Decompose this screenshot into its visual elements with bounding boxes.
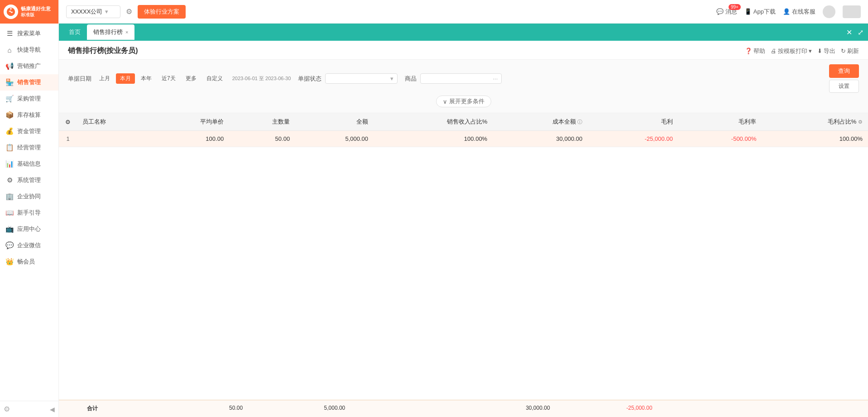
table-area: ⚙ 员工名称 平均单价 主数量 全额 销售收入占比% 成本全额 ⓘ 毛利 毛利率… [59, 113, 868, 400]
query-button[interactable]: 查询 [829, 64, 859, 78]
sidebar-icon-operations: 📋 [5, 144, 14, 152]
sidebar-item-purchase[interactable]: 🛒 采购管理 [0, 91, 58, 107]
sidebar-item-search[interactable]: ☰ 搜索菜单 [0, 25, 58, 42]
date-pill-last-month[interactable]: 上月 [95, 73, 114, 84]
sidebar-logo: 畅康通好生意 标准版 [0, 0, 58, 24]
sidebar-icon-sales: 🏪 [5, 78, 14, 86]
export-icon: ⬇ [817, 48, 822, 54]
sidebar-icon-finance: 💰 [5, 127, 14, 135]
svg-point-1 [10, 8, 12, 10]
company-dropdown-icon: ▾ [105, 8, 108, 15]
footer-quantity: 50.00 [146, 405, 248, 412]
sidebar-item-guide[interactable]: 📖 新手引导 [0, 205, 58, 221]
date-filter-label: 单据日期 [68, 75, 91, 83]
date-pill-7days[interactable]: 近7天 [158, 73, 180, 84]
sidebar-label-enterprise: 企业协同 [17, 192, 41, 201]
sidebar-label-finance: 资金管理 [17, 127, 41, 135]
date-pill-this-month[interactable]: 本月 [116, 73, 135, 84]
message-badge: 99+ [729, 4, 741, 10]
help-btn[interactable]: ❓ 帮助 [745, 47, 765, 55]
message-item[interactable]: 💬 消息 99+ [716, 8, 737, 16]
print-btn[interactable]: 🖨 按模板打印 ▾ [771, 47, 812, 55]
table-cell [77, 131, 149, 147]
table-footer: 合计 50.00 5,000.00 30,000.00 -25,000.00 [59, 400, 868, 417]
avatar[interactable] [823, 5, 835, 18]
footer-cost: 30,000.00 [453, 405, 555, 412]
sidebar-label-system: 系统管理 [17, 176, 41, 184]
refresh-btn[interactable]: ↻ 刷新 [841, 47, 859, 55]
tab-maximize-icon[interactable]: ⤢ [857, 27, 864, 38]
page-content: 销售排行榜(按业务员) ❓ 帮助 🖨 按模板打印 ▾ ⬇ 导出 ↻ 刷新 [59, 41, 868, 417]
table-header-row: ⚙ 员工名称 平均单价 主数量 全额 销售收入占比% 成本全额 ⓘ 毛利 毛利率… [59, 113, 868, 131]
sidebar-icon-wechat: 💬 [5, 241, 14, 249]
print-label: 按模板打印 [778, 47, 807, 55]
sidebar-item-system[interactable]: ⚙ 系统管理 [0, 172, 58, 188]
status-select[interactable]: ▾ [325, 73, 398, 84]
username-display [843, 5, 861, 18]
sidebar-icon-system: ⚙ [5, 176, 14, 184]
date-range-display: 2023-06-01 至 2023-06-30 [232, 75, 291, 82]
expand-row: ∨ 展开更多条件 [68, 93, 859, 108]
header-right: 💬 消息 99+ 📱 App下载 👤 在线客服 [716, 5, 861, 18]
settings-gear-icon[interactable]: ⚙ [126, 7, 132, 16]
sidebar-label-purchase: 采购管理 [17, 95, 41, 103]
export-label: 导出 [824, 47, 835, 55]
top-header: XXXXX公司 ▾ ⚙ 体验行业方案 💬 消息 99+ 📱 App下载 👤 在线… [59, 0, 868, 24]
trial-button[interactable]: 体验行业方案 [138, 5, 186, 19]
footer-sales-pct [350, 405, 453, 412]
sidebar-nav: ☰ 搜索菜单⌂ 快捷导航📢 营销推广🏪 销售管理🛒 采购管理📦 库存核算💰 资金… [0, 24, 58, 401]
goods-input-more-icon[interactable]: ··· [493, 75, 498, 82]
sidebar-item-enterprise[interactable]: 🏢 企业协同 [0, 188, 58, 205]
company-selector[interactable]: XXXXX公司 ▾ [66, 5, 120, 18]
sidebar: 畅康通好生意 标准版 ☰ 搜索菜单⌂ 快捷导航📢 营销推广🏪 销售管理🛒 采购管… [0, 0, 59, 417]
sidebar-item-operations[interactable]: 📋 经营管理 [0, 139, 58, 156]
sidebar-label-marketing: 营销推广 [17, 62, 41, 70]
settings-button[interactable]: 设置 [829, 80, 859, 93]
sidebar-item-member[interactable]: 👑 畅会员 [0, 254, 58, 270]
col-settings: ⚙ [59, 113, 77, 131]
tab-close-window-icon[interactable]: ✕ [845, 27, 853, 38]
expand-button[interactable]: ∨ 展开更多条件 [436, 96, 491, 107]
date-pill-this-year[interactable]: 本年 [137, 73, 156, 84]
sidebar-item-inventory[interactable]: 📦 库存核算 [0, 107, 58, 123]
print-dropdown-icon: ▾ [809, 48, 812, 54]
tab-sales-rank[interactable]: 销售排行榜 × [87, 24, 134, 40]
table-row: 1100.0050.005,000.00100.00%30,000.00-25,… [59, 131, 868, 147]
sales-table: ⚙ 员工名称 平均单价 主数量 全额 销售收入占比% 成本全额 ⓘ 毛利 毛利率… [59, 113, 868, 147]
page-actions: ❓ 帮助 🖨 按模板打印 ▾ ⬇ 导出 ↻ 刷新 [745, 47, 859, 55]
date-pill-more[interactable]: 更多 [182, 73, 201, 84]
tab-home[interactable]: 首页 [62, 24, 87, 40]
table-cell: 100.00 [149, 131, 229, 147]
message-icon: 💬 [716, 8, 724, 15]
sidebar-item-quick-nav[interactable]: ⌂ 快捷导航 [0, 42, 58, 58]
sidebar-footer: ⚙ ◀ [0, 401, 58, 417]
sidebar-item-basic-info[interactable]: 📊 基础信息 [0, 156, 58, 172]
tab-bar: 首页 销售排行榜 × ✕ ⤢ [59, 24, 868, 41]
sidebar-item-sales[interactable]: 🏪 销售管理 [0, 74, 58, 91]
export-btn[interactable]: ⬇ 导出 [817, 47, 835, 55]
sidebar-item-wechat[interactable]: 💬 企业微信 [0, 237, 58, 254]
sidebar-label-sales: 销售管理 [17, 78, 41, 86]
online-service-item[interactable]: 👤 在线客服 [783, 8, 815, 16]
company-name: XXXXX公司 [71, 8, 102, 16]
col-amount: 全额 [295, 113, 374, 131]
goods-input[interactable]: ··· [420, 73, 502, 84]
status-filter-label: 单据状态 [298, 75, 321, 83]
col-quantity: 主数量 [229, 113, 295, 131]
tab-close-icon[interactable]: × [125, 29, 128, 35]
sidebar-item-app-center[interactable]: 📺 应用中心 [0, 221, 58, 237]
sidebar-label-basic-info: 基础信息 [17, 160, 41, 168]
col-cost: 成本全额 ⓘ [493, 113, 588, 131]
sidebar-settings-icon[interactable]: ⚙ [4, 405, 10, 413]
sidebar-item-marketing[interactable]: 📢 营销推广 [0, 58, 58, 74]
sidebar-icon-search: ☰ [5, 29, 14, 38]
sidebar-item-finance[interactable]: 💰 资金管理 [0, 123, 58, 139]
page-title: 销售排行榜(按业务员) [68, 46, 138, 56]
page-header: 销售排行榜(按业务员) ❓ 帮助 🖨 按模板打印 ▾ ⬇ 导出 ↻ 刷新 [59, 41, 868, 60]
app-download-item[interactable]: 📱 App下载 [744, 8, 776, 16]
filter-actions: 查询 设置 [829, 64, 859, 93]
footer-label: 合计 [64, 405, 146, 412]
date-pill-custom[interactable]: 自定义 [202, 73, 227, 84]
sidebar-collapse-icon[interactable]: ◀ [50, 406, 55, 413]
table-settings-icon[interactable]: ⚙ [65, 119, 71, 125]
